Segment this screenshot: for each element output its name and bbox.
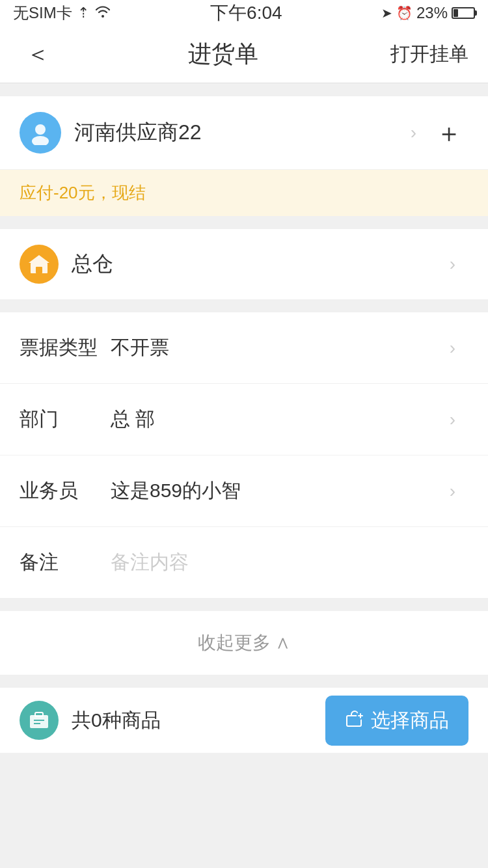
battery-icon xyxy=(452,7,475,19)
status-time: 下午6:04 xyxy=(210,1,282,25)
collapse-label[interactable]: 收起更多 ∧ xyxy=(198,632,291,653)
remark-input[interactable]: 备注内容 xyxy=(98,549,468,576)
collapse-section[interactable]: 收起更多 ∧ xyxy=(0,611,488,675)
carrier-text: 无SIM卡 xyxy=(13,3,72,23)
warehouse-icon xyxy=(20,245,59,284)
svg-rect-4 xyxy=(36,267,42,273)
back-button[interactable]: ＜ xyxy=(20,32,56,77)
salesperson-label: 业务员 xyxy=(20,478,98,504)
warehouse-section: 总仓 › xyxy=(0,229,488,299)
status-right: ➤ ⏰ 23% xyxy=(381,4,475,22)
invoice-type-chevron-icon: › xyxy=(450,338,455,359)
bottom-bar: 共0种商品 选择商品 xyxy=(0,688,488,753)
wifi-signal-icon xyxy=(94,4,111,22)
status-left: 无SIM卡 ⇡ xyxy=(13,3,111,23)
add-button[interactable]: ＋ xyxy=(429,115,468,151)
alarm-icon: ⏰ xyxy=(396,5,413,21)
product-count: 共0种商品 xyxy=(72,707,325,734)
notice-text: 应付-20元，现结 xyxy=(20,183,146,202)
svg-point-1 xyxy=(32,136,49,145)
svg-rect-6 xyxy=(35,712,43,716)
select-product-label: 选择商品 xyxy=(371,707,449,734)
supplier-row[interactable]: 河南供应商22 › ＋ xyxy=(0,96,488,170)
empty-area xyxy=(0,753,488,868)
department-value: 总 部 xyxy=(98,406,450,433)
select-product-button[interactable]: 选择商品 xyxy=(325,696,468,746)
cart-icon xyxy=(345,711,364,730)
department-row[interactable]: 部门 总 部 › xyxy=(0,384,488,455)
nav-bar: ＜ 进货单 打开挂单 xyxy=(0,26,488,83)
svg-point-0 xyxy=(35,124,46,135)
svg-marker-3 xyxy=(29,255,49,263)
status-bar: 无SIM卡 ⇡ 下午6:04 ➤ ⏰ 23% xyxy=(0,0,488,26)
supplier-avatar xyxy=(20,112,61,154)
form-section: 票据类型 不开票 › 部门 总 部 › 业务员 这是859的小智 › 备注 备注… xyxy=(0,312,488,598)
invoice-type-row[interactable]: 票据类型 不开票 › xyxy=(0,312,488,384)
wifi-icon: ⇡ xyxy=(77,5,89,21)
open-pending-button[interactable]: 打开挂单 xyxy=(390,41,468,68)
supplier-section: 河南供应商22 › ＋ 应付-20元，现结 xyxy=(0,96,488,216)
invoice-type-value: 不开票 xyxy=(98,334,450,361)
supplier-chevron-icon: › xyxy=(411,122,416,143)
notice-bar: 应付-20元，现结 xyxy=(0,170,488,216)
warehouse-chevron-icon: › xyxy=(450,254,455,275)
location-icon: ➤ xyxy=(381,5,392,21)
remark-row[interactable]: 备注 备注内容 xyxy=(0,527,488,598)
department-chevron-icon: › xyxy=(450,409,455,430)
supplier-name: 河南供应商22 xyxy=(74,118,411,147)
salesperson-value: 这是859的小智 xyxy=(98,478,450,504)
product-icon xyxy=(20,701,59,740)
warehouse-name: 总仓 xyxy=(72,250,450,278)
salesperson-row[interactable]: 业务员 这是859的小智 › xyxy=(0,455,488,527)
battery-percent: 23% xyxy=(416,4,448,22)
page-title: 进货单 xyxy=(188,38,258,70)
divider-1 xyxy=(0,83,488,96)
remark-label: 备注 xyxy=(20,549,98,576)
department-label: 部门 xyxy=(20,406,98,433)
salesperson-chevron-icon: › xyxy=(450,481,455,502)
warehouse-row[interactable]: 总仓 › xyxy=(0,229,488,299)
invoice-type-label: 票据类型 xyxy=(20,334,98,361)
